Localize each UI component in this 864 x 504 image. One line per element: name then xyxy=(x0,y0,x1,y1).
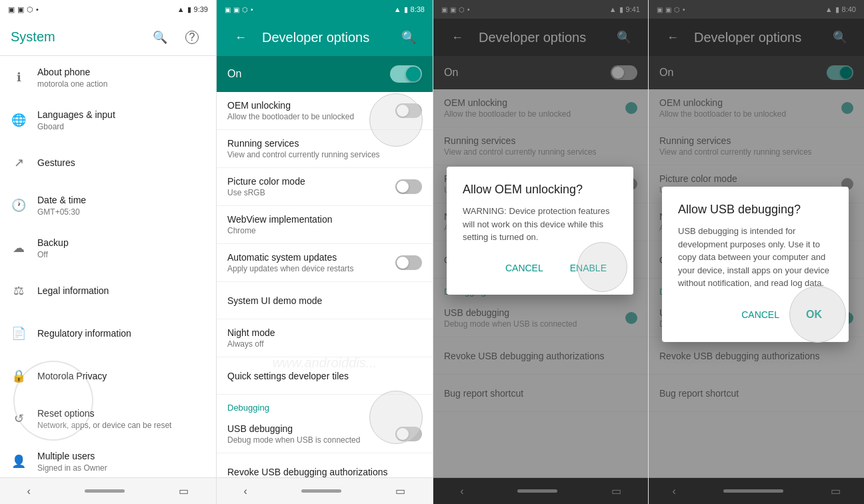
status-bar-right-p1: ▲ ▮ 9:39 xyxy=(177,5,208,14)
battery-icon: ▮ xyxy=(187,5,191,14)
search-icon-p1: 🔍 xyxy=(153,30,167,45)
demo-mode-item[interactable]: System UI demo mode xyxy=(217,282,433,319)
date-time-icon: 🕐 xyxy=(11,197,27,213)
regulatory-icon: 📄 xyxy=(11,325,27,341)
multiple-users-item[interactable]: 👤 Multiple users Signed in as Owner xyxy=(0,440,216,477)
gestures-label: Gestures xyxy=(37,157,205,169)
wifi-icon-p2: ▲ xyxy=(394,5,401,13)
help-icon-p1: ? xyxy=(185,31,199,44)
qs-dev-tiles-item[interactable]: Quick settings developer tiles xyxy=(217,357,433,395)
demo-mode-text: System UI demo mode xyxy=(227,295,422,306)
sim-icon: ▣ xyxy=(8,5,15,14)
sim-icon-p2: ▣ xyxy=(225,6,231,13)
ok-highlight-circle xyxy=(789,286,846,343)
languages-item[interactable]: 🌐 Languages & input Gboard xyxy=(0,99,216,141)
status-bar-left-p1: ▣ ▣ ⬡ • xyxy=(8,5,39,14)
about-phone-text: About phone motorola one action xyxy=(37,66,205,89)
webview-item[interactable]: WebView implementation Chrome xyxy=(217,206,433,244)
nav-bar-p2: ‹ ▭ xyxy=(217,477,433,504)
developer-options-panel: ▣ ▣ ⬡ • ▲ ▮ 8:38 ← Developer options 🔍 O… xyxy=(217,0,433,504)
oem-dialog-title: Allow OEM unlocking? xyxy=(463,183,617,197)
gestures-text: Gestures xyxy=(37,157,205,169)
date-time-item[interactable]: 🕐 Date & time GMT+05:30 xyxy=(0,184,216,227)
usb-dialog-title: Allow USB debugging? xyxy=(678,203,833,217)
dot-p2: • xyxy=(251,6,253,13)
nav-recent-p2[interactable]: ▭ xyxy=(395,485,405,497)
webview-title: WebView implementation xyxy=(227,214,422,225)
picture-color-item[interactable]: Picture color mode Use sRGB xyxy=(217,168,433,206)
auto-updates-title: Automatic system updates xyxy=(227,252,395,263)
dev-options-title: Developer options xyxy=(262,30,387,45)
oem-dialog-body: WARNING: Device protection features will… xyxy=(463,205,617,244)
system-app-bar: System 🔍 ? xyxy=(0,19,216,56)
oem-dialog-actions: Cancel Enable xyxy=(463,257,617,279)
date-time-label: Date & time xyxy=(37,194,205,206)
night-mode-item[interactable]: Night mode Always off xyxy=(217,319,433,357)
help-button-p1[interactable]: ? xyxy=(179,24,205,51)
about-phone-item[interactable]: ℹ About phone motorola one action xyxy=(0,56,216,99)
nav-home-p1[interactable] xyxy=(85,489,125,493)
nav-back-p1[interactable]: ‹ xyxy=(27,485,31,497)
legal-label: Legal information xyxy=(37,285,205,297)
picture-color-subtitle: Use sRGB xyxy=(227,188,395,197)
backup-text: Backup Off xyxy=(37,237,205,259)
oem-cancel-button[interactable]: Cancel xyxy=(495,257,554,279)
dev-on-row[interactable]: On xyxy=(217,56,433,92)
multiple-users-label: Multiple users xyxy=(37,450,205,462)
oem-toggle-highlight xyxy=(369,93,423,147)
gestures-item[interactable]: ↗ Gestures xyxy=(0,141,216,184)
nav-recent-p1[interactable]: ▭ xyxy=(179,485,189,497)
qs-dev-tiles-text: Quick settings developer tiles xyxy=(227,371,422,381)
system-app-bar-icons: 🔍 ? xyxy=(147,24,205,51)
wifi-icon: ▲ xyxy=(177,5,185,13)
usb-toggle-highlight xyxy=(369,391,423,444)
nav-back-p2[interactable]: ‹ xyxy=(244,485,247,497)
usb-debugging-dialog: Allow USB debugging? USB debugging is in… xyxy=(662,187,849,342)
auto-updates-item[interactable]: Automatic system updates Apply updates w… xyxy=(217,244,433,282)
time-p1: 9:39 xyxy=(194,5,208,13)
backup-subtitle: Off xyxy=(37,250,205,259)
webview-subtitle: Chrome xyxy=(227,226,422,235)
regulatory-text: Regulatory information xyxy=(37,327,205,339)
date-time-subtitle: GMT+05:30 xyxy=(37,207,205,217)
qs-dev-tiles-title: Quick settings developer tiles xyxy=(227,371,422,381)
about-phone-subtitle: motorola one action xyxy=(37,79,205,89)
usb-cancel-button[interactable]: Cancel xyxy=(731,303,790,326)
search-button-p2[interactable]: 🔍 xyxy=(395,24,422,51)
sim-icon2: ▣ xyxy=(17,5,24,14)
regulatory-label: Regulatory information xyxy=(37,327,205,339)
status-bar-left-p2: ▣ ▣ ⬡ • xyxy=(225,6,253,13)
nav-home-p2[interactable] xyxy=(301,489,341,493)
picture-color-toggle[interactable] xyxy=(395,179,422,194)
languages-label: Languages & input xyxy=(37,109,205,121)
auto-updates-toggle[interactable] xyxy=(395,255,422,270)
legal-icon: ⚖ xyxy=(11,283,27,299)
system-settings-panel: ▣ ▣ ⬡ • ▲ ▮ 9:39 System 🔍 ? ℹ About phon… xyxy=(0,0,217,504)
system-title: System xyxy=(11,29,139,45)
picture-color-title: Picture color mode xyxy=(227,176,395,187)
usb-dialog-actions: Cancel OK xyxy=(678,303,833,326)
auto-updates-subtitle: Apply updates when device restarts xyxy=(227,264,395,273)
dev-on-toggle[interactable] xyxy=(390,65,422,83)
backup-item[interactable]: ☁ Backup Off xyxy=(0,227,216,269)
back-button-p2[interactable]: ← xyxy=(227,24,254,51)
revoke-usb-text: Revoke USB debugging authorizations xyxy=(227,467,422,477)
night-mode-subtitle: Always off xyxy=(227,339,422,349)
webview-text: WebView implementation Chrome xyxy=(227,214,422,235)
revoke-usb-item[interactable]: Revoke USB debugging authorizations xyxy=(217,453,433,477)
oem-unlocking-title: OEM unlocking xyxy=(227,100,395,111)
about-phone-icon: ℹ xyxy=(11,69,27,85)
wifi-p2: ▣ xyxy=(233,6,239,13)
status-bar-p2: ▣ ▣ ⬡ • ▲ ▮ 8:38 xyxy=(217,0,433,19)
regulatory-information-item[interactable]: 📄 Regulatory information xyxy=(0,312,216,355)
developer-options-oem-dialog-panel: ▣ ▣ ⬡ • ▲ ▮ 9:41 ← Developer options 🔍 O… xyxy=(433,0,649,504)
developer-options-usb-dialog-panel: ▣ ▣ ⬡ • ▲ ▮ 8:40 ← Developer options 🔍 O… xyxy=(649,0,864,504)
legal-information-item[interactable]: ⚖ Legal information xyxy=(0,269,216,312)
status-bar-p1: ▣ ▣ ⬡ • ▲ ▮ 9:39 xyxy=(0,0,216,19)
dev-on-toggle-thumb xyxy=(406,67,421,81)
search-button-p1[interactable]: 🔍 xyxy=(147,24,173,51)
dev-options-app-bar: ← Developer options 🔍 xyxy=(217,19,433,56)
legal-text: Legal information xyxy=(37,285,205,297)
gestures-icon: ↗ xyxy=(11,155,27,171)
languages-text: Languages & input Gboard xyxy=(37,109,205,131)
